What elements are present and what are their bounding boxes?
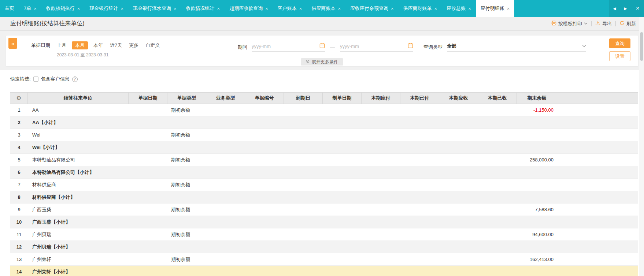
tab[interactable]: 超期应收款查询×	[225, 0, 273, 17]
tabs-close-button[interactable]: ×	[631, 0, 644, 17]
date-range-option[interactable]: 近7天	[108, 41, 123, 49]
create-date-cell	[323, 241, 362, 253]
date-range-option[interactable]: 本年	[92, 41, 104, 49]
tab-close-icon[interactable]: ×	[507, 6, 510, 11]
tab[interactable]: 首页	[0, 0, 19, 17]
expand-more-button[interactable]: 展开更多条件	[301, 58, 343, 66]
calendar-icon[interactable]	[319, 43, 325, 50]
payable-cell	[362, 104, 400, 116]
paid-cell	[400, 179, 439, 191]
table-row[interactable]: 7材料供应商期初余额	[10, 179, 638, 191]
column-header: 本期已收	[478, 93, 517, 104]
tab-close-icon[interactable]: ×	[121, 6, 123, 11]
doc-date-cell	[129, 141, 167, 153]
table-row[interactable]: 5本特勒油品有限公司期初余额258,000.00	[10, 154, 638, 166]
received-cell	[478, 154, 517, 166]
due-date-cell	[284, 191, 323, 203]
doc-no-cell	[245, 104, 284, 116]
tab[interactable]: 应收应付余额查询×	[345, 0, 399, 17]
tab[interactable]: 应付明细账×	[476, 0, 515, 17]
date-option-list: 上月本月本年近7天更多自定义	[55, 41, 161, 49]
expand-sidebar-button[interactable]: »	[8, 38, 17, 49]
tab-scroll-left-button[interactable]: ◀	[609, 0, 620, 17]
ending-balance-cell: 7,588.60	[517, 204, 557, 216]
table-row[interactable]: 14广州荣轩【小计】	[10, 266, 638, 276]
vertical-scrollbar[interactable]	[639, 17, 644, 276]
tab[interactable]: 7单×	[19, 0, 41, 17]
refresh-button[interactable]: 刷新	[619, 20, 636, 27]
include-customer-checkbox[interactable]	[33, 77, 38, 82]
tab-close-icon[interactable]: ×	[338, 6, 341, 11]
ending-balance-cell	[517, 141, 557, 153]
tab-close-icon[interactable]: ×	[434, 6, 437, 11]
doc-date-cell	[129, 154, 167, 166]
receivable-cell	[439, 253, 478, 265]
tab[interactable]: 应收总账×	[442, 0, 476, 17]
date-range-option[interactable]: 自定义	[144, 41, 161, 49]
payable-cell	[362, 129, 400, 141]
table-row[interactable]: 3Wei期初余额	[10, 129, 638, 141]
tab-label: 应付明细账	[481, 5, 504, 12]
query-type-select[interactable]: 全部	[447, 43, 586, 52]
tab-scroll-right-button[interactable]: ▶	[620, 0, 631, 17]
double-chevron-down-icon	[306, 59, 310, 64]
date-range-option[interactable]: 更多	[127, 41, 140, 49]
table-row[interactable]: 4Wei【小计】	[10, 141, 638, 154]
table-row[interactable]: 9广西玉柴期初余额7,588.60	[10, 204, 638, 216]
column-settings-gear-icon[interactable]: ⚙	[10, 93, 28, 104]
column-header: 业务类型	[206, 93, 245, 104]
app-window: 首页7单×收款核销执行×现金银行统计×现金银行流水查询×收款情况统计×超期应收款…	[0, 0, 644, 276]
help-icon[interactable]: ?	[72, 77, 78, 82]
tab-close-icon[interactable]: ×	[217, 6, 220, 11]
filler-cell	[557, 266, 638, 276]
search-button[interactable]: 查询	[609, 38, 630, 48]
table-row[interactable]: 12广州贝瑞【小计】	[10, 241, 638, 253]
row-number-cell: 4	[10, 141, 28, 153]
tab[interactable]: 客户账本×	[273, 0, 307, 17]
table-row[interactable]: 8材料供应商【小计】	[10, 191, 638, 204]
table-row[interactable]: 13广州荣轩期初余额162,413.00	[10, 253, 638, 266]
calendar-icon[interactable]	[408, 43, 413, 50]
period-start-field	[252, 43, 325, 52]
table-row[interactable]: 2AA【小计】	[10, 116, 638, 129]
table-row[interactable]: 10广西玉柴【小计】	[10, 216, 638, 228]
period-end-field	[340, 43, 413, 52]
received-cell	[478, 179, 517, 191]
scrollbar-thumb[interactable]	[640, 32, 643, 61]
tab[interactable]: 供应商账本×	[307, 0, 345, 17]
ending-balance-cell	[517, 179, 557, 191]
tab[interactable]: 供应商对账单×	[399, 0, 442, 17]
tab-close-icon[interactable]: ×	[174, 6, 177, 11]
row-number-cell: 9	[10, 204, 28, 216]
doc-no-cell	[245, 266, 284, 276]
tab[interactable]: 现金银行流水查询×	[128, 0, 181, 17]
create-date-cell	[323, 166, 362, 178]
print-by-template-button[interactable]: 按模板打印	[551, 20, 588, 27]
biz-type-cell	[206, 179, 245, 191]
tab-close-icon[interactable]: ×	[265, 6, 268, 11]
date-range-option[interactable]: 上月	[55, 41, 68, 49]
period-end-input[interactable]	[340, 44, 408, 49]
tab-close-icon[interactable]: ×	[34, 6, 37, 11]
table-row[interactable]: 1AA期初余额-1,150.00	[10, 104, 638, 116]
tab[interactable]: 现金银行统计×	[85, 0, 128, 17]
doc-no-cell	[245, 179, 284, 191]
paid-cell	[400, 191, 439, 203]
tab-close-icon[interactable]: ×	[391, 6, 394, 11]
date-range-option[interactable]: 本月	[72, 41, 88, 49]
tab-close-icon[interactable]: ×	[468, 6, 471, 11]
export-button[interactable]: 导出	[595, 20, 612, 27]
settings-button[interactable]: 设置	[609, 51, 630, 61]
tab[interactable]: 收款情况统计×	[181, 0, 225, 17]
column-header: 本期应付	[362, 93, 400, 104]
ending-balance-cell	[517, 216, 557, 228]
tab-close-icon[interactable]: ×	[299, 6, 302, 11]
table-row[interactable]: 6本特勒油品有限公司【小计】	[10, 166, 638, 179]
period-start-input[interactable]	[252, 44, 319, 49]
tab-close-icon[interactable]: ×	[77, 6, 80, 11]
counterparty-cell: Wei	[28, 129, 129, 141]
table-row[interactable]: 11广州贝瑞期初余额94,600.00	[10, 228, 638, 241]
doc-no-cell	[245, 228, 284, 240]
date-range-text: 2023-03-01 至 2023-03-31	[57, 52, 161, 58]
tab[interactable]: 收款核销执行×	[41, 0, 85, 17]
